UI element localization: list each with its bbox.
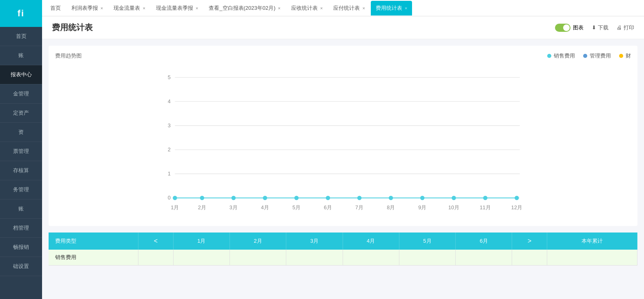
chart-dot: [452, 196, 456, 200]
legend-sales-label: 销售费用: [554, 52, 575, 60]
svg-text:12月: 12月: [511, 205, 522, 210]
svg-text:10月: 10月: [448, 205, 459, 210]
sidebar-item-resource[interactable]: 资: [0, 123, 42, 142]
svg-text:0: 0: [168, 195, 171, 201]
tab-cashflow[interactable]: 现金流量表 ×: [109, 1, 150, 16]
print-label: 打印: [624, 24, 634, 31]
tab-blank-report[interactable]: 查看_空白报表(2023年02月) ×: [204, 1, 285, 16]
tab-blank-report-label: 查看_空白报表(2023年02月): [209, 4, 275, 12]
print-icon: 🖨: [617, 24, 622, 31]
tab-profit-quarterly-label: 利润表季报: [71, 4, 98, 12]
sidebar-item-cash[interactable]: 金管理: [0, 84, 42, 104]
tab-expense-stats-close[interactable]: ×: [405, 6, 407, 11]
sidebar-item-ledger[interactable]: 账: [0, 199, 42, 219]
chart-toggle-wrap: 图表: [555, 24, 584, 32]
page-header: 费用统计表 图表 ⬇ 下载 🖨 打印: [42, 16, 644, 39]
tab-expense-stats-label: 费用统计表: [376, 4, 402, 12]
page-title: 费用统计表: [52, 22, 93, 33]
col-month-4: 4月: [343, 233, 399, 250]
tab-cashflow-quarterly-label: 现金流量表季报: [156, 4, 193, 12]
svg-text:6月: 6月: [324, 205, 332, 210]
svg-text:5月: 5月: [292, 205, 301, 210]
main-area: 首页 利润表季报 × 现金流量表 × 现金流量表季报 × 查看_空白报表(202…: [42, 0, 644, 299]
sidebar-item-account[interactable]: 账: [0, 46, 42, 65]
col-month-1: 1月: [173, 233, 230, 250]
svg-text:3月: 3月: [230, 205, 238, 210]
row-year-total: [547, 250, 637, 266]
download-icon: ⬇: [592, 24, 596, 31]
legend-finance-dot: [619, 54, 623, 58]
sidebar-item-settings[interactable]: 础设置: [0, 257, 42, 276]
svg-text:3: 3: [168, 123, 171, 128]
tab-blank-report-close[interactable]: ×: [278, 6, 281, 11]
download-button[interactable]: ⬇ 下载: [592, 24, 608, 31]
row-val-6: [456, 250, 512, 266]
sidebar-item-assets[interactable]: 定资产: [0, 104, 42, 123]
svg-text:4: 4: [168, 99, 171, 104]
tab-receivable-close[interactable]: ×: [320, 6, 323, 11]
svg-text:2: 2: [168, 147, 171, 153]
sidebar-item-business[interactable]: 务管理: [0, 180, 42, 199]
tab-cashflow-quarterly-close[interactable]: ×: [196, 6, 198, 11]
chart-dot: [173, 196, 177, 200]
tab-expense-stats[interactable]: 费用统计表 ×: [371, 1, 412, 16]
chart-title: 费用趋势图: [55, 52, 82, 60]
table-row: 销售费用: [49, 250, 637, 266]
tab-cashflow-quarterly[interactable]: 现金流量表季报 ×: [151, 1, 203, 16]
tab-receivable[interactable]: 应收统计表 ×: [286, 1, 328, 16]
legend-finance-label: 财: [626, 52, 631, 60]
chart-container: 5 4 3 2 1 0: [55, 64, 631, 219]
legend-sales: 销售费用: [547, 52, 575, 60]
legend-sales-dot: [547, 54, 551, 58]
chart-toggle-label: 图表: [573, 24, 584, 31]
row-empty-nav: [138, 250, 174, 266]
sidebar-item-archive[interactable]: 档管理: [0, 219, 42, 238]
tab-profit-quarterly-close[interactable]: ×: [100, 6, 103, 11]
tab-receivable-label: 应收统计表: [291, 4, 318, 12]
sidebar-item-inventory[interactable]: 存核算: [0, 161, 42, 180]
col-next-button[interactable]: >: [512, 233, 547, 250]
chart-dot: [515, 196, 519, 200]
row-val-2: [230, 250, 286, 266]
svg-text:9月: 9月: [418, 205, 426, 210]
chart-toggle[interactable]: [555, 24, 570, 32]
chart-header: 费用趋势图 销售费用 管理费用 财: [55, 52, 631, 60]
data-table: 费用类型 < 1月 2月 3月 4月 5月 6月 > 本年累计 销售费用: [49, 233, 637, 266]
tab-home[interactable]: 首页: [45, 1, 66, 16]
tab-home-label: 首页: [50, 4, 61, 12]
legend-admin-dot: [583, 54, 587, 58]
col-month-2: 2月: [230, 233, 286, 250]
sidebar-item-reports[interactable]: 报表中心: [0, 65, 42, 84]
tab-payable-label: 应付统计表: [333, 4, 360, 12]
svg-text:11月: 11月: [480, 205, 491, 210]
data-table-section: 费用类型 < 1月 2月 3月 4月 5月 6月 > 本年累计 销售费用: [49, 233, 637, 266]
header-actions: 图表 ⬇ 下载 🖨 打印: [555, 24, 634, 32]
download-label: 下载: [598, 24, 608, 31]
col-year-total: 本年累计: [547, 233, 637, 250]
chart-dot: [294, 196, 299, 200]
sidebar-item-invoice[interactable]: 票管理: [0, 142, 42, 161]
row-val-1: [173, 250, 230, 266]
legend-finance: 财: [619, 52, 631, 60]
col-prev-button[interactable]: <: [138, 233, 174, 250]
table-header-row: 费用类型 < 1月 2月 3月 4月 5月 6月 > 本年累计: [49, 233, 637, 250]
tab-payable-close[interactable]: ×: [362, 6, 365, 11]
svg-text:5: 5: [168, 75, 171, 80]
col-month-5: 5月: [399, 233, 455, 250]
sidebar-item-expense[interactable]: 畅报销: [0, 238, 42, 257]
chart-dot: [357, 196, 362, 200]
tab-cashflow-label: 现金流量表: [114, 4, 140, 12]
sidebar: fi 首页 账 报表中心 金管理 定资产 资 票管理 存核算 务管理 账 档管理…: [0, 0, 42, 299]
tab-payable[interactable]: 应付统计表 ×: [328, 1, 370, 16]
line-chart-svg: 5 4 3 2 1 0: [55, 64, 631, 219]
col-month-6: 6月: [456, 233, 512, 250]
tab-cashflow-close[interactable]: ×: [143, 6, 145, 11]
tab-bar: 首页 利润表季报 × 现金流量表 × 现金流量表季报 × 查看_空白报表(202…: [42, 0, 644, 16]
chart-dot: [200, 196, 205, 200]
col-expense-type: 费用类型: [49, 233, 138, 250]
svg-text:7月: 7月: [355, 205, 363, 210]
print-button[interactable]: 🖨 打印: [617, 24, 634, 31]
tab-profit-quarterly[interactable]: 利润表季报 ×: [67, 1, 108, 16]
sidebar-item-home[interactable]: 首页: [0, 27, 42, 46]
svg-text:2月: 2月: [198, 205, 206, 210]
